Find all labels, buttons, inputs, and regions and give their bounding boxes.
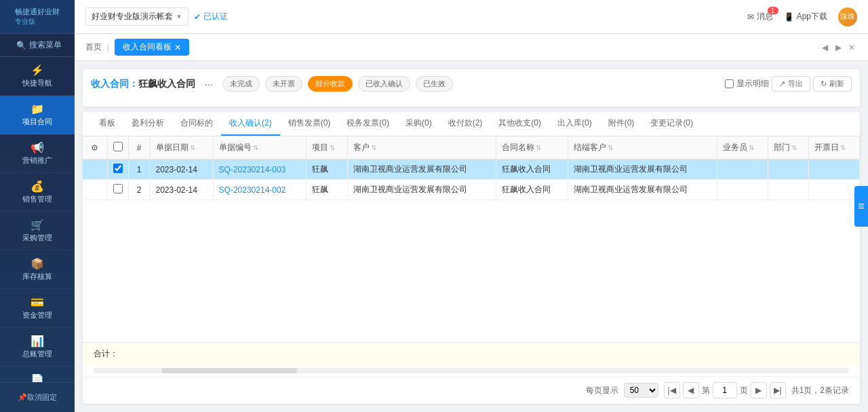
tab-other-income[interactable]: 其他收支(0) (490, 112, 549, 136)
sort-endcust-icon: ⇅ (608, 144, 613, 151)
prev-page-button[interactable]: ◀ (683, 382, 699, 398)
app-download-label: App下载 (797, 11, 827, 22)
row1-end-customer: 湖南卫视商业运营发展有限公司 (568, 160, 717, 180)
message-action[interactable]: ✉ 1 消息 (747, 11, 773, 22)
first-page-button[interactable]: |◀ (664, 382, 680, 398)
last-page-button[interactable]: ▶| (770, 382, 786, 398)
display-detail-checkbox[interactable]: 显示明细 (725, 78, 769, 90)
col-settings[interactable]: ⚙ (83, 136, 107, 160)
refresh-icon: ↻ (821, 79, 827, 88)
sidebar-item-purchase[interactable]: 🛒 采购管理 (0, 212, 75, 250)
home-breadcrumb[interactable]: 首页 (85, 41, 102, 53)
refresh-button[interactable]: ↻ 刷新 (813, 76, 852, 92)
status-effective[interactable]: 已生效 (416, 76, 453, 92)
contract-status-bar: 未完成 未开票 部分收款 已收入确认 已生效 (222, 76, 453, 92)
sidebar-pin-toggle[interactable]: 📌 取消固定 (3, 388, 72, 407)
header-right-actions: 显示明细 ↗ 导出 ↻ 刷新 (725, 76, 852, 92)
row1-department (768, 160, 809, 180)
row2-project: 狂飙 (307, 180, 348, 200)
user-profile[interactable]: 珠珠 (838, 7, 857, 26)
avatar-text: 珠珠 (840, 12, 855, 22)
scroll-thumb[interactable] (161, 368, 297, 373)
row2-checkbox[interactable] (107, 180, 128, 200)
more-options-button[interactable]: ··· (201, 79, 217, 90)
display-detail-label: 显示明细 (736, 78, 769, 90)
nav-close-button[interactable]: ✕ (846, 42, 857, 53)
nav-next-button[interactable]: ▶ (833, 42, 844, 53)
row1-doc-no[interactable]: SQ-20230214-003 (213, 160, 306, 180)
status-income-confirmed[interactable]: 已收入确认 (358, 76, 410, 92)
tab-payment[interactable]: 收付款(2) (440, 112, 491, 136)
export-button[interactable]: ↗ 导出 (772, 76, 810, 92)
row2-doc-link[interactable]: SQ-20230214-002 (219, 185, 286, 195)
active-nav-tab[interactable]: 收入合同看板 ✕ (115, 39, 189, 56)
table-wrapper: ⚙ # 单据日期⇅ 单据编号⇅ (83, 136, 860, 342)
page-number-input[interactable] (713, 382, 737, 398)
row1-salesperson (717, 160, 768, 180)
logo-brand: 专业版 (15, 17, 60, 26)
tab-sales-invoice[interactable]: 销售发票(0) (280, 112, 339, 136)
sidebar-nav-list: 📁 项目合同 📢 营销推广 💰 销售管理 🛒 采购管理 📦 库存核算 💳 (0, 96, 75, 382)
horizontal-scrollbar[interactable] (94, 368, 849, 373)
tab-attachment[interactable]: 附件(0) (600, 112, 643, 136)
sidebar-search[interactable]: 🔍 搜索菜单 (0, 34, 75, 57)
sidebar-item-quick-nav[interactable]: ⚡ 快捷导航 (0, 57, 75, 96)
table-row[interactable]: 1 2023-02-14 SQ-20230214-003 狂飙 湖南卫视商业运营… (83, 160, 860, 180)
row2-salesperson (717, 180, 768, 200)
tab-dashboard[interactable]: 看板 (91, 112, 123, 136)
col-date-label: 单据日期 (156, 142, 189, 153)
tab-purchase[interactable]: 采购(0) (397, 112, 440, 136)
tab-close-button[interactable]: ✕ (174, 43, 181, 52)
row1-settings (83, 160, 107, 180)
pagination: 每页显示 50 100 200 |◀ ◀ 第 页 ▶ ▶| (83, 376, 860, 404)
tab-income-confirm[interactable]: 收入确认(2) (221, 112, 280, 136)
next-page-button[interactable]: ▶ (751, 382, 767, 398)
nav-prev-button[interactable]: ◀ (819, 42, 830, 53)
status-partial-received[interactable]: 部分收款 (308, 76, 353, 92)
tab-change-log[interactable]: 变更记录(0) (642, 112, 701, 136)
col-checkbox[interactable] (107, 136, 128, 160)
app-download-action[interactable]: 📱 App下载 (784, 11, 827, 22)
col-end-customer[interactable]: 结端客户⇅ (568, 136, 717, 160)
status-uninvoiced[interactable]: 未开票 (265, 76, 302, 92)
col-department[interactable]: 部门⇅ (768, 136, 809, 160)
message-icon: ✉ (747, 12, 754, 22)
col-doc-no[interactable]: 单据编号⇅ (213, 136, 306, 160)
per-page-select[interactable]: 50 100 200 (624, 383, 658, 398)
row2-customer: 湖南卫视商业运营发展有限公司 (347, 180, 496, 200)
tab-contract-item[interactable]: 合同标的 (172, 112, 221, 136)
per-page-label: 每页显示 (586, 385, 618, 396)
status-uncompleted[interactable]: 未完成 (222, 76, 260, 92)
sidebar-item-invoice[interactable]: 📄 发票管理 (0, 367, 75, 382)
table-row[interactable]: 2 2023-02-14 SQ-20230214-002 狂飙 湖南卫视商业运营… (83, 180, 860, 200)
logo-text: 畅捷通好业财 (15, 7, 60, 16)
right-panel-toggle[interactable]: ≡ (854, 186, 868, 227)
sidebar-item-marketing[interactable]: 📢 营销推广 (0, 134, 75, 173)
company-selector[interactable]: 好业财专业版演示帐套 ▼ (85, 7, 189, 26)
col-customer[interactable]: 客户⇅ (347, 136, 496, 160)
row1-checkbox[interactable] (107, 160, 128, 180)
col-end-customer-label: 结端客户 (574, 142, 606, 153)
col-open-date[interactable]: 开票日⇅ (809, 136, 860, 160)
row1-doc-link[interactable]: SQ-20230214-003 (219, 165, 286, 174)
col-project[interactable]: 项目⇅ (307, 136, 348, 160)
col-salesperson[interactable]: 业务员⇅ (717, 136, 768, 160)
sidebar-item-finance[interactable]: 💳 资金管理 (0, 289, 75, 328)
tab-profit[interactable]: 盈利分析 (123, 112, 172, 136)
chevron-down-icon: ▼ (176, 13, 182, 20)
row1-date: 2023-02-14 (150, 160, 213, 180)
settings-icon[interactable]: ⚙ (91, 143, 98, 153)
display-detail-input[interactable] (725, 79, 734, 88)
col-date[interactable]: 单据日期⇅ (150, 136, 213, 160)
sidebar-item-inventory[interactable]: 📦 库存核算 (0, 250, 75, 289)
select-all-checkbox[interactable] (113, 142, 123, 151)
col-contract-name[interactable]: 合同名称⇅ (496, 136, 568, 160)
sidebar-item-ledger[interactable]: 📊 总账管理 (0, 328, 75, 367)
page-unit: 页 (740, 385, 748, 396)
sidebar-item-sales[interactable]: 💰 销售管理 (0, 173, 75, 212)
tab-tax-invoice[interactable]: 税务发票(0) (338, 112, 397, 136)
tab-warehouse[interactable]: 出入库(0) (549, 112, 600, 136)
col-project-label: 项目 (312, 142, 328, 153)
sidebar-item-project[interactable]: 📁 项目合同 (0, 96, 75, 134)
row2-doc-no[interactable]: SQ-20230214-002 (213, 180, 306, 200)
